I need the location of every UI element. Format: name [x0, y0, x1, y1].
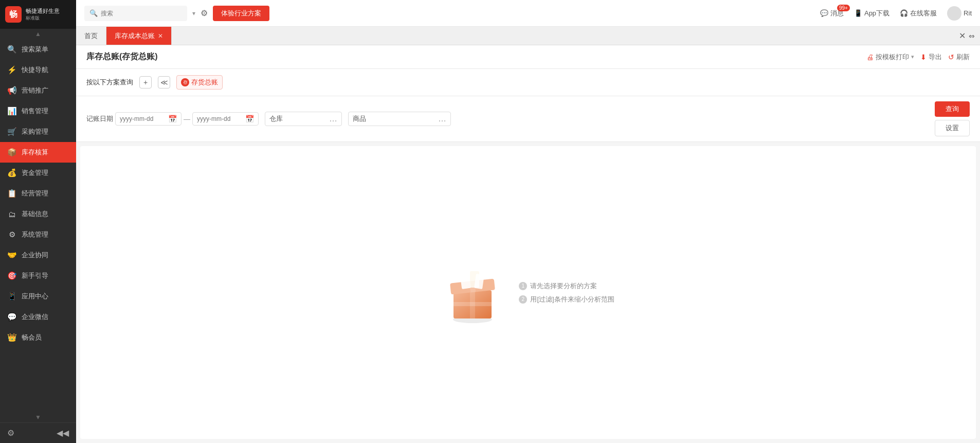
sidebar-item-label: 快捷导航 [22, 65, 48, 75]
app-name: 畅捷通好生意 [26, 7, 60, 15]
guide-icon: 🎯 [7, 271, 16, 280]
sales-icon: 📊 [7, 107, 16, 116]
sidebar-item-finance[interactable]: 💰 资金管理 [0, 163, 76, 183]
sidebar-item-inventory[interactable]: 📦 库存核算 [0, 142, 76, 163]
inventory-tab-label: 库存成本总账 [115, 31, 155, 41]
print-chevron-icon: ▾ [911, 54, 914, 60]
refresh-btn[interactable]: ↺ 刷新 [948, 52, 970, 62]
page-actions: 🖨 按模板打印 ▾ ⬇ 导出 ↺ 刷新 [866, 52, 970, 62]
search-chevron-icon[interactable]: ▾ [192, 10, 195, 17]
sidebar-item-member[interactable]: 👑 畅会员 [0, 327, 76, 348]
filter-bar: 按以下方案查询 + ≪ 存 存货总账 [76, 69, 980, 96]
export-btn[interactable]: ⬇ 导出 [920, 52, 942, 62]
add-filter-btn[interactable]: + [139, 76, 152, 88]
export-label: 导出 [929, 52, 942, 62]
sidebar-item-label: 应用中心 [22, 292, 48, 301]
basic-icon: 🗂 [7, 210, 16, 219]
collapse-filter-btn[interactable]: ≪ [158, 76, 170, 88]
sidebar-item-purchase[interactable]: 🛒 采购管理 [0, 121, 76, 142]
sidebar-menu: 🔍 搜索菜单 ⚡ 快捷导航 📢 营销推广 📊 销售管理 🛒 采购管理 📦 库存核… [0, 39, 76, 412]
tab-home[interactable]: 首页 [76, 27, 106, 45]
refresh-icon: ↺ [948, 53, 954, 61]
finance-icon: 💰 [7, 168, 16, 178]
collapse-sidebar-icon[interactable]: ◀◀ [57, 428, 69, 438]
topbar: 🔍 ▾ ⚙ 体验行业方案 💬 消息 99+ 📱 App下载 🎧 在线客服 Rit [76, 0, 980, 27]
app-logo: 畅 畅捷通好生意 标准版 [0, 0, 76, 29]
product-more-icon[interactable]: … [438, 114, 446, 123]
industry-btn[interactable]: 体验行业方案 [213, 6, 269, 21]
sidebar-scroll-down[interactable]: ▼ [0, 412, 76, 422]
sidebar-item-label: 采购管理 [22, 127, 48, 136]
sidebar-item-sales[interactable]: 📊 销售管理 [0, 101, 76, 121]
topbar-right: 💬 消息 99+ 📱 App下载 🎧 在线客服 Rit [820, 6, 972, 21]
sidebar-item-search[interactable]: 🔍 搜索菜单 [0, 39, 76, 60]
topbar-search-box[interactable]: 🔍 [84, 6, 187, 21]
product-selector[interactable]: 商品 … [348, 112, 451, 126]
print-template-btn[interactable]: 🖨 按模板打印 ▾ [866, 52, 914, 62]
date-end-field[interactable] [197, 115, 243, 122]
search-input[interactable] [101, 10, 182, 17]
wechat-icon: 💬 [7, 312, 16, 322]
product-label: 商品 [353, 114, 366, 123]
message-btn[interactable]: 💬 消息 99+ [820, 9, 844, 18]
refresh-label: 刷新 [956, 52, 970, 62]
tab-inventory-ledger[interactable]: 库存成本总账 ✕ [106, 27, 172, 45]
hint-2-num: 2 [519, 295, 527, 304]
settings-icon[interactable]: ⚙ [201, 8, 208, 18]
message-badge: 99+ [837, 5, 850, 11]
calendar-end-icon[interactable]: 📅 [245, 115, 254, 123]
headset-icon: 🎧 [900, 9, 908, 17]
scheme-selector[interactable]: 存 存货总账 [176, 75, 223, 90]
sidebar-item-cooperation[interactable]: 🤝 企业协同 [0, 245, 76, 265]
tabbar: 首页 库存成本总账 ✕ ✕ ⇔ [76, 27, 980, 45]
app-download-btn[interactable]: 📱 App下载 [854, 9, 890, 18]
sidebar-item-system[interactable]: ⚙ 系统管理 [0, 224, 76, 245]
sidebar-item-label: 库存核算 [22, 148, 48, 157]
expand-panel-btn[interactable]: ⇔ [969, 32, 975, 40]
cooperation-icon: 🤝 [7, 251, 16, 260]
settings-btn[interactable]: 设置 [935, 120, 970, 136]
empty-illustration [442, 259, 503, 326]
user-profile[interactable]: Rit [947, 6, 972, 21]
sidebar-item-marketing[interactable]: 📢 营销推广 [0, 80, 76, 101]
app-badge: 标准版 [26, 15, 60, 22]
print-icon: 🖨 [866, 53, 874, 61]
sidebar-footer: ⚙ ◀◀ [0, 422, 76, 443]
hint-1-num: 1 [519, 282, 527, 290]
user-name: Rit [964, 9, 972, 17]
quicknav-icon: ⚡ [7, 65, 16, 75]
message-icon: 💬 [820, 9, 828, 17]
sidebar-item-label: 新手引导 [22, 271, 48, 280]
sidebar: 畅 畅捷通好生意 标准版 ▲ 🔍 搜索菜单 ⚡ 快捷导航 📢 营销推广 📊 销售… [0, 0, 76, 443]
online-service-btn[interactable]: 🎧 在线客服 [900, 9, 937, 18]
warehouse-more-icon[interactable]: … [329, 114, 337, 123]
sidebar-item-label: 基础信息 [22, 209, 48, 219]
sidebar-item-label: 经营管理 [22, 189, 48, 198]
date-end-input[interactable]: 📅 [192, 112, 259, 126]
sidebar-item-operations[interactable]: 📋 经营管理 [0, 183, 76, 204]
settings-footer-icon[interactable]: ⚙ [7, 428, 14, 438]
date-start-input[interactable]: 📅 [115, 112, 182, 126]
sidebar-item-quicknav[interactable]: ⚡ 快捷导航 [0, 60, 76, 80]
sidebar-item-wechat[interactable]: 💬 企业微信 [0, 307, 76, 327]
sidebar-item-basic[interactable]: 🗂 基础信息 [0, 204, 76, 224]
sidebar-item-label: 销售管理 [22, 107, 48, 116]
page-title: 库存总账(存货总账) [86, 51, 158, 62]
tab-close-icon[interactable]: ✕ [158, 32, 163, 40]
close-panel-btn[interactable]: ✕ [959, 31, 966, 41]
warehouse-selector[interactable]: 仓库 … [265, 112, 342, 126]
search-btn[interactable]: 查询 [935, 101, 970, 117]
date-start-field[interactable] [120, 115, 166, 122]
sidebar-scroll-up[interactable]: ▲ [0, 29, 76, 39]
calendar-start-icon[interactable]: 📅 [168, 115, 177, 123]
logo-icon: 畅 [5, 6, 22, 23]
sidebar-item-guide[interactable]: 🎯 新手引导 [0, 265, 76, 286]
date-label: 记账日期 [86, 114, 113, 123]
sidebar-item-label: 畅会员 [22, 333, 42, 342]
purchase-icon: 🛒 [7, 127, 16, 136]
filter-label: 按以下方案查询 [86, 78, 133, 87]
sidebar-item-apps[interactable]: 📱 应用中心 [0, 286, 76, 307]
sidebar-item-label: 企业微信 [22, 312, 48, 322]
date-dash: — [184, 115, 190, 123]
app-download-icon: 📱 [854, 9, 862, 17]
